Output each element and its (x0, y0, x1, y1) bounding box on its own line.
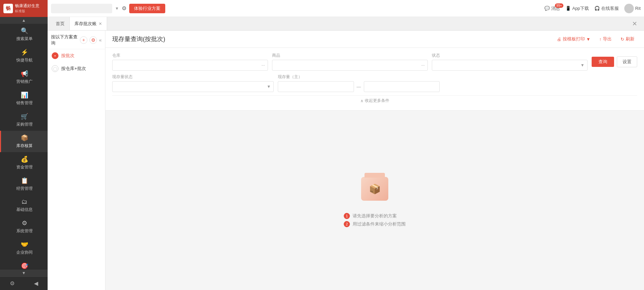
sidebar-item-label-inventory: 库存核算 (16, 143, 33, 149)
user-menu[interactable]: Rit (624, 4, 641, 13)
inventory-icon: 📦 (21, 134, 28, 142)
sidebar-item-system[interactable]: ⚙ 系统管理 (0, 216, 48, 237)
collapse-more-label: 收起更多条件 (365, 98, 389, 104)
warehouse-input[interactable]: ··· (112, 60, 268, 71)
scheme-item-warehouse-batch[interactable]: ◯ 按仓库+批次 (48, 62, 105, 75)
tip-text-2: 用过滤条件来缩小分析范围 (353, 221, 406, 227)
product-label: 商品 (272, 53, 428, 58)
inventory-qty-dash: — (355, 84, 362, 89)
sidebar: 畅 畅康通好生意 标准版 ▲ 🔍 搜索菜单 ⚡ 快捷导航 📢 营销推广 📊 销售… (0, 0, 48, 290)
quick-nav-icon: ⚡ (21, 49, 28, 56)
header-actions: 🖨 按模板打印 ▼ ↑ 导出 ↻ 刷新 (554, 35, 637, 43)
sidebar-item-label-operations: 经营管理 (16, 186, 33, 192)
inventory-qty-to[interactable] (364, 81, 440, 92)
print-label: 按模板打印 (563, 36, 585, 42)
product-filter-field: 商品 ··· (272, 53, 428, 71)
page-header: 现存量查询(按批次) 🖨 按模板打印 ▼ ↑ 导出 ↻ 刷新 (105, 31, 644, 48)
sidebar-item-search[interactable]: 🔍 搜索菜单 (0, 24, 48, 45)
newbie-icon: 🎯 (21, 262, 28, 270)
topbar-dropdown-icon[interactable]: ▼ (115, 6, 119, 11)
sidebar-settings-button[interactable]: ⚙ (10, 280, 15, 287)
tab-close-all-button[interactable]: ✕ (629, 20, 641, 28)
message-icon: 💬 (544, 6, 550, 11)
sidebar-item-enterprise[interactable]: 🤝 企业协同 (0, 237, 48, 259)
topbar-gear-icon[interactable]: ⚙ (122, 5, 126, 12)
add-scheme-button[interactable]: ＋ (80, 36, 87, 44)
sidebar-item-quick-nav[interactable]: ⚡ 快捷导航 (0, 45, 48, 67)
scheme-settings-button[interactable]: ⚙ (89, 36, 97, 44)
warehouse-more-icon[interactable]: ··· (261, 63, 265, 68)
warehouse-filter-field: 仓库 ··· (112, 53, 268, 71)
sidebar-item-label-enterprise: 企业协同 (16, 250, 33, 255)
app-download-button[interactable]: 📱 App下载 (565, 5, 589, 12)
sidebar-item-label-quick-nav: 快捷导航 (16, 57, 33, 63)
tabbar: 首页 库存批次账 ✕ ✕ (48, 17, 644, 31)
left-panel-actions: ＋ ⚙ « (80, 36, 102, 44)
refresh-button[interactable]: ↻ 刷新 (618, 35, 637, 43)
sidebar-collapse-button[interactable]: ◀ (34, 280, 38, 287)
empty-icon: 📦 (358, 174, 392, 207)
tab-home[interactable]: 首页 (51, 17, 70, 30)
tip-num-1: 1 (344, 213, 350, 219)
sidebar-item-label-purchase: 采购管理 (16, 122, 33, 127)
trial-button[interactable]: 体验行业方案 (129, 4, 165, 13)
tab-close-button[interactable]: ✕ (99, 21, 102, 26)
sidebar-item-finance[interactable]: 💰 资金管理 (0, 152, 48, 174)
collapse-panel-icon[interactable]: « (99, 37, 102, 43)
marketing-icon: 📢 (21, 70, 28, 77)
refresh-label: 刷新 (626, 36, 634, 42)
tab-inventory-batch[interactable]: 库存批次账 ✕ (70, 17, 107, 30)
scheme-dot-batch: • (54, 54, 56, 58)
operations-icon: 📋 (21, 177, 28, 184)
sidebar-brand-info: 畅康通好生意 标准版 (15, 3, 39, 14)
sidebar-item-operations[interactable]: 📋 经营管理 (0, 174, 48, 195)
filter-row-1: 仓库 ··· 商品 ··· 状态 (112, 53, 637, 71)
scheme-icon-batch: • (52, 52, 58, 59)
username-label: Rit (635, 6, 641, 11)
inventory-qty-from[interactable] (278, 81, 354, 92)
sidebar-item-basics[interactable]: 🗂 基础信息 (0, 195, 48, 216)
system-icon: ⚙ (22, 219, 27, 227)
inventory-status-field: 现存量状态 ▼ (112, 74, 274, 92)
scheme-label-warehouse-batch: 按仓库+批次 (61, 66, 86, 72)
scheme-item-batch[interactable]: • 按批次 (48, 49, 105, 62)
status-dropdown-icon[interactable]: ▼ (580, 63, 584, 68)
topbar-nav-placeholder (51, 4, 112, 13)
empty-state: 📦 1 请先选择要分析的方案 2 用过滤条件来缩小分析范围 (105, 111, 644, 290)
sidebar-item-newbie[interactable]: 🎯 新手引导 (0, 259, 48, 270)
tip-text-1: 请先选择要分析的方案 (353, 213, 397, 219)
inventory-status-dropdown-icon[interactable]: ▼ (267, 84, 271, 89)
sidebar-item-label-system: 系统管理 (16, 228, 33, 234)
purchase-icon: 🛒 (21, 113, 28, 120)
export-icon: ↑ (599, 37, 602, 42)
collapse-more-chevron-icon: ∧ (360, 98, 363, 103)
export-button[interactable]: ↑ 导出 (597, 35, 615, 43)
print-icon: 🖨 (557, 37, 561, 42)
print-dropdown-icon[interactable]: ▼ (586, 37, 591, 42)
product-input[interactable]: ··· (272, 60, 428, 71)
print-button[interactable]: 🖨 按模板打印 ▼ (554, 35, 593, 43)
message-button[interactable]: 💬 消息 99+ (544, 5, 560, 12)
product-more-icon[interactable]: ··· (421, 63, 425, 68)
sidebar-item-sales[interactable]: 📊 销售管理 (0, 88, 48, 109)
query-button[interactable]: 查询 (592, 57, 614, 67)
inventory-status-select[interactable]: ▼ (112, 81, 274, 92)
settings-button[interactable]: 设置 (617, 56, 637, 67)
empty-tips: 1 请先选择要分析的方案 2 用过滤条件来缩小分析范围 (344, 213, 406, 227)
sidebar-scroll-up[interactable]: ▲ (0, 17, 48, 24)
empty-tip-2: 2 用过滤条件来缩小分析范围 (344, 221, 406, 227)
sidebar-brand-name: 畅康通好生意 (15, 3, 39, 9)
message-badge: 99+ (555, 3, 563, 8)
collapse-more-button[interactable]: ∧ 收起更多条件 (112, 95, 637, 106)
sidebar-item-purchase[interactable]: 🛒 采购管理 (0, 109, 48, 131)
empty-box-face: 📦 (369, 183, 381, 195)
finance-icon: 💰 (21, 156, 28, 163)
customer-service-button[interactable]: 🎧 在线客服 (594, 5, 619, 12)
status-select[interactable]: ▼ (432, 60, 588, 71)
sidebar-header: 畅 畅康通好生意 标准版 (0, 0, 48, 17)
sidebar-item-marketing[interactable]: 📢 营销推广 (0, 67, 48, 88)
scheme-icon-warehouse-batch: ◯ (52, 65, 58, 72)
sidebar-item-inventory[interactable]: 📦 库存核算 (0, 131, 48, 152)
sidebar-scroll-down[interactable]: ▼ (0, 270, 48, 276)
page-title: 现存量查询(按批次) (112, 35, 165, 43)
